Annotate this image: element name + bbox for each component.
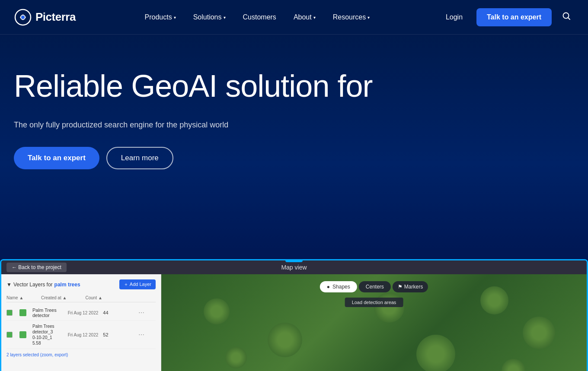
chevron-down-icon: ▾ bbox=[368, 15, 370, 20]
row-created: Fri Aug 12 2022 bbox=[68, 311, 103, 315]
tree-spot bbox=[204, 298, 230, 324]
app-window: ← Back to the project Map view ▼ Vector … bbox=[0, 259, 588, 371]
table-row: Palm Trees detector_30-10-20_15.58 Fri A… bbox=[6, 321, 156, 349]
nav-item-customers[interactable]: Customers bbox=[236, 10, 283, 25]
logo[interactable]: Picterra bbox=[14, 8, 76, 26]
sidebar-footer: 2 layers selected (zoom, export) bbox=[6, 352, 156, 357]
row-actions[interactable]: ⋯ bbox=[138, 331, 156, 338]
nav-cta-button[interactable]: Talk to an expert bbox=[476, 8, 552, 26]
nav-item-solutions[interactable]: Solutions ▾ bbox=[186, 10, 233, 25]
search-icon[interactable] bbox=[559, 8, 574, 26]
row-color-swatch bbox=[19, 331, 26, 338]
chevron-down-icon: ▾ bbox=[313, 15, 316, 20]
table-row: Palm Trees detector Fri Aug 12 2022 44 ⋯ bbox=[6, 305, 156, 321]
svg-point-1 bbox=[21, 16, 25, 19]
tree-spot bbox=[268, 323, 302, 357]
back-to-project-button[interactable]: ← Back to the project bbox=[6, 263, 67, 272]
row-actions[interactable]: ⋯ bbox=[138, 309, 156, 316]
row-name: Palm Trees detector_30-10-20_15.58 bbox=[32, 323, 68, 346]
flag-icon: ⚑ bbox=[398, 284, 403, 290]
tree-spot bbox=[523, 317, 555, 349]
app-toolbar: ← Back to the project Map view bbox=[1, 260, 587, 274]
app-map: ● Shapes Centers ⚑ Markers Load detectio… bbox=[161, 274, 587, 371]
sidebar-header: ▼ Vector Layers for palm trees ＋ Add Lay… bbox=[6, 279, 156, 289]
row-count: 44 bbox=[103, 310, 138, 315]
map-background: ● Shapes Centers ⚑ Markers Load detectio… bbox=[161, 274, 587, 371]
hero-section: Reliable GeoAI solution for The only ful… bbox=[0, 35, 588, 251]
row-count: 52 bbox=[103, 332, 138, 337]
hero-cta-secondary-button[interactable]: Learn more bbox=[106, 147, 173, 169]
app-sidebar: ▼ Vector Layers for palm trees ＋ Add Lay… bbox=[1, 274, 161, 371]
row-created: Fri Aug 12 2022 bbox=[68, 333, 103, 337]
hero-title: Reliable GeoAI solution for bbox=[14, 69, 403, 103]
shapes-icon: ● bbox=[327, 284, 330, 290]
row-checkbox[interactable] bbox=[6, 310, 13, 316]
nav-links: Products ▾ Solutions ▾ Customers About ▾… bbox=[138, 10, 377, 25]
hero-cta-primary-button[interactable]: Talk to an expert bbox=[14, 147, 99, 169]
sidebar-table-header: Name ▲ Created at ▲ Count ▲ bbox=[6, 294, 156, 302]
map-tab-markers[interactable]: ⚑ Markers bbox=[393, 281, 428, 292]
svg-line-3 bbox=[568, 18, 570, 20]
map-view-title: Map view bbox=[281, 264, 307, 271]
map-toolbar: ● Shapes Centers ⚑ Markers bbox=[320, 281, 428, 292]
tab-indicator bbox=[285, 260, 303, 262]
chevron-down-icon: ▾ bbox=[174, 15, 176, 20]
sidebar-section-label: ▼ Vector Layers for palm trees bbox=[6, 282, 80, 288]
hero-subtitle: The only fully productized search engine… bbox=[14, 120, 574, 130]
nav-item-resources[interactable]: Resources ▾ bbox=[326, 10, 377, 25]
nav-item-products[interactable]: Products ▾ bbox=[138, 10, 183, 25]
tree-spot bbox=[502, 359, 525, 371]
row-color-swatch bbox=[19, 309, 26, 316]
login-button[interactable]: Login bbox=[439, 10, 470, 25]
map-tab-centers[interactable]: Centers bbox=[359, 281, 391, 292]
nav-item-about[interactable]: About ▾ bbox=[287, 10, 323, 25]
row-checkbox[interactable] bbox=[6, 332, 13, 338]
expand-icon: ▼ bbox=[6, 282, 12, 288]
app-screenshot-container: ← Back to the project Map view ▼ Vector … bbox=[0, 251, 588, 371]
tree-spot bbox=[225, 347, 247, 368]
hero-buttons: Talk to an expert Learn more bbox=[14, 147, 574, 169]
load-detection-button[interactable]: Load detection areas bbox=[345, 298, 403, 307]
tree-spot bbox=[374, 292, 404, 323]
chevron-down-icon: ▾ bbox=[224, 15, 226, 20]
map-tab-shapes[interactable]: ● Shapes bbox=[320, 281, 357, 292]
add-layer-button[interactable]: ＋ Add Layer bbox=[119, 279, 156, 289]
row-name: Palm Trees detector bbox=[32, 308, 68, 318]
tree-spot bbox=[416, 335, 455, 371]
tree-spot bbox=[480, 286, 508, 314]
app-content: ▼ Vector Layers for palm trees ＋ Add Lay… bbox=[1, 274, 587, 371]
brand-name: Picterra bbox=[35, 10, 76, 24]
nav-actions: Login Talk to an expert bbox=[439, 8, 574, 26]
navigation: Picterra Products ▾ Solutions ▾ Customer… bbox=[0, 0, 588, 35]
